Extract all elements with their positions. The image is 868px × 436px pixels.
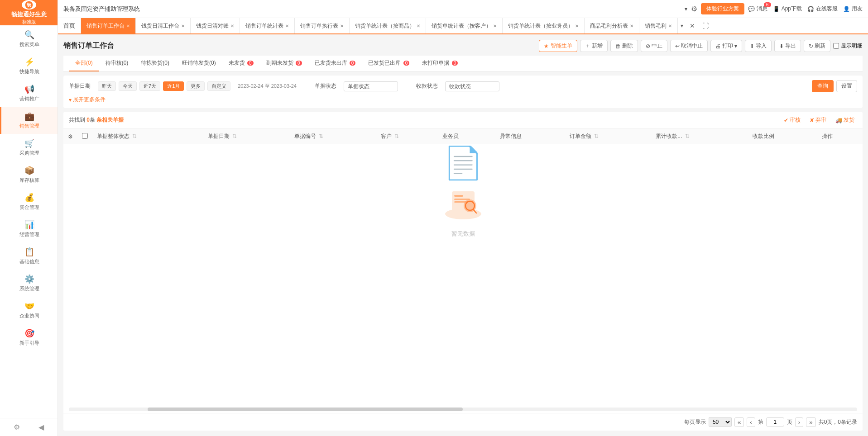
sub-tab-inspect[interactable]: 待拣验货(0): [134, 56, 176, 71]
sub-tab-shipped-not-out[interactable]: 已发货未出库 0: [308, 56, 362, 71]
tab-order-exec-close[interactable]: ✕: [340, 24, 344, 28]
sort-icon-number[interactable]: ⇅: [319, 133, 323, 139]
sort-icon-accumulated[interactable]: ⇅: [685, 133, 690, 139]
lightning-icon: ⚡: [24, 57, 34, 67]
tab-sales-order[interactable]: 销售订单工作台 ✕: [81, 18, 136, 33]
smart-btn[interactable]: ★ 智能生单: [539, 40, 577, 52]
export-icon: ⬇: [779, 43, 784, 49]
tab-order-stats[interactable]: 销售订单统计表 ✕: [240, 18, 295, 33]
tab-profit-analysis[interactable]: 商品毛利分析表 ✕: [585, 18, 639, 33]
sidebar-item-marketing[interactable]: 📢 营销推广: [0, 80, 58, 107]
filter-btn-today[interactable]: 今天: [119, 81, 137, 91]
delete-btn[interactable]: 🗑 删除: [610, 40, 638, 52]
sidebar-item-inventory[interactable]: 📦 库存核算: [0, 161, 58, 188]
sidebar-item-quicknav[interactable]: ⚡ 快捷导航: [0, 52, 58, 80]
page-size-select[interactable]: 50 10 20 100: [709, 417, 732, 427]
th-checkbox[interactable]: [77, 129, 92, 144]
tab-sale-staff-close[interactable]: ✕: [575, 24, 579, 28]
sidebar-item-purchase[interactable]: 🛒 采购管理: [0, 134, 58, 161]
expand-conditions-btn[interactable]: ▾ 展开更多条件: [69, 96, 106, 104]
cancel-stop-btn[interactable]: ↩ 取消中止: [670, 40, 708, 52]
tab-daily-clear-close[interactable]: ✕: [181, 24, 185, 28]
prev-page-btn[interactable]: ‹: [747, 417, 755, 427]
tab-reconcile[interactable]: 钱货日清对账 ✕: [191, 18, 240, 33]
tab-sale-profit[interactable]: 销售毛利 ✕: [639, 18, 678, 33]
sub-tab-unprinted[interactable]: 未打印单据 0: [416, 56, 464, 71]
sidebar-item-operations[interactable]: 📊 经营管理: [0, 215, 58, 242]
sidebar-item-collab[interactable]: 🤝 企业协同: [0, 297, 58, 324]
sort-icon-status[interactable]: ⇅: [132, 133, 137, 139]
select-all-checkbox[interactable]: [82, 133, 88, 139]
refresh-btn[interactable]: ↻ 刷新: [804, 40, 830, 52]
add-btn[interactable]: ＋ 新增: [580, 40, 608, 52]
sidebar-item-system[interactable]: ⚙️ 系统管理: [0, 270, 58, 297]
tab-sale-staff[interactable]: 销货单统计表（按业务员） ✕: [503, 18, 585, 33]
sidebar-collapse-icon[interactable]: ◀: [38, 423, 44, 431]
tab-sale-product[interactable]: 销货单统计表（按商品） ✕: [350, 18, 426, 33]
show-detail-checkbox[interactable]: [833, 43, 839, 49]
th-setting[interactable]: ⚙: [63, 129, 77, 144]
first-page-btn[interactable]: «: [734, 417, 744, 427]
topbar-gear-icon[interactable]: ⚙: [691, 5, 697, 13]
print-btn[interactable]: 🖨 打印 ▾: [710, 40, 742, 52]
stop-btn[interactable]: ⊘ 中止: [641, 40, 667, 52]
system-dropdown[interactable]: ▾: [685, 6, 687, 12]
filter-btn-1month[interactable]: 近1月: [163, 81, 184, 91]
tab-expand-btn[interactable]: ⛶: [699, 18, 712, 33]
sidebar-item-finance[interactable]: 💰 资金管理: [0, 188, 58, 215]
filter-payment-select[interactable]: 收款状态: [445, 81, 499, 91]
query-btn[interactable]: 查询: [812, 80, 834, 92]
tab-close-all-btn[interactable]: ✕: [686, 18, 699, 33]
sort-icon-amount[interactable]: ⇅: [594, 133, 599, 139]
tab-sale-profit-close[interactable]: ✕: [668, 24, 672, 28]
sub-tab-overdue[interactable]: 到期未发货 0: [260, 56, 308, 71]
filter-btn-yesterday[interactable]: 昨天: [98, 81, 116, 91]
tab-reconcile-close[interactable]: ✕: [230, 24, 234, 28]
sub-tab-shipped-out[interactable]: 已发货已出库 0: [362, 56, 416, 71]
filter-btn-more[interactable]: 更多: [187, 81, 205, 91]
user-action[interactable]: 👤 用友: [843, 5, 863, 13]
tab-order-stats-close[interactable]: ✕: [285, 24, 289, 28]
th-ratio: 收款比例: [748, 129, 818, 144]
import-btn[interactable]: ⬆ 导入: [745, 40, 772, 52]
sidebar-item-search[interactable]: 🔍 搜索菜单: [0, 25, 58, 52]
tab-sale-customer[interactable]: 销货单统计表（按客户） ✕: [426, 18, 503, 33]
sub-tab-undelivered[interactable]: 未发货 0: [222, 56, 260, 71]
export-btn[interactable]: ⬇ 导出: [774, 40, 801, 52]
next-page-btn[interactable]: ›: [795, 417, 803, 427]
horizontal-scrollbar[interactable]: [69, 408, 857, 411]
sidebar-item-basicinfo[interactable]: 📋 基础信息: [0, 242, 58, 270]
sub-tab-all[interactable]: 全部(0): [69, 56, 99, 71]
sort-icon-date[interactable]: ⇅: [232, 133, 237, 139]
sidebar-item-sales[interactable]: 💼 销售管理: [0, 107, 58, 134]
industry-btn[interactable]: 体验行业方案: [701, 3, 744, 14]
tab-home[interactable]: 首页: [58, 18, 81, 33]
sub-tab-wangpu[interactable]: 旺铺待发货(0): [176, 56, 222, 71]
settings-btn[interactable]: 设置: [836, 80, 857, 92]
app-download-action[interactable]: 📱 App下载: [773, 5, 802, 13]
tab-daily-clear[interactable]: 钱货日清工作台 ✕: [136, 18, 191, 33]
tab-sales-order-close[interactable]: ✕: [126, 24, 130, 28]
sort-icon-customer[interactable]: ⇅: [394, 133, 399, 139]
tab-order-exec[interactable]: 销售订单执行表 ✕: [295, 18, 350, 33]
filter-btn-7days[interactable]: 近7天: [139, 81, 160, 91]
headset-icon: 🎧: [807, 6, 814, 12]
filter-status-select[interactable]: 单据状态: [344, 81, 398, 91]
tab-profit-analysis-close[interactable]: ✕: [630, 24, 633, 28]
page-number-input[interactable]: [766, 417, 784, 427]
deliver-btn[interactable]: 🚚 发货: [833, 115, 857, 125]
unaudit-btn[interactable]: ✘ 弃审: [807, 115, 829, 125]
sub-tab-pending[interactable]: 待审核(0): [99, 56, 135, 71]
sidebar-settings-icon[interactable]: ⚙: [14, 423, 20, 431]
message-action[interactable]: 💬 消息 6: [748, 5, 767, 13]
audit-btn[interactable]: ✔ 审核: [781, 115, 803, 125]
show-detail-label[interactable]: 显示明细: [833, 42, 863, 50]
sidebar-item-guide[interactable]: 🎯 新手引导: [0, 324, 58, 351]
tab-sale-product-close[interactable]: ✕: [417, 24, 420, 28]
filter-btn-custom[interactable]: 自定义: [207, 81, 230, 91]
tab-overflow-btn[interactable]: ▾: [678, 18, 686, 33]
online-service-action[interactable]: 🎧 在线客服: [807, 5, 838, 13]
tab-sale-customer-close[interactable]: ✕: [493, 24, 497, 28]
last-page-btn[interactable]: »: [806, 417, 815, 427]
scrollbar-thumb[interactable]: [148, 408, 463, 411]
